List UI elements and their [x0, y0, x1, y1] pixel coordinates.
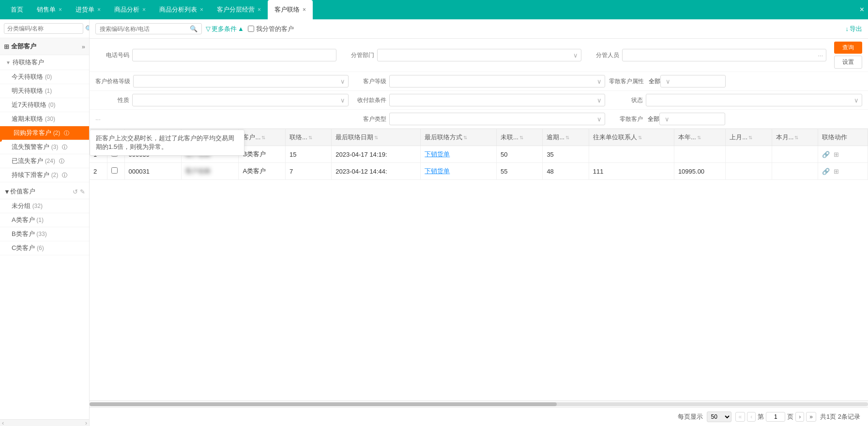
cell-last-contact-method[interactable]: 下销货单 [421, 146, 497, 163]
th-contact-person[interactable]: 往来单位联系人 ⇅ [589, 129, 674, 146]
nav-close-product-analysis-list[interactable]: × [200, 6, 203, 13]
edit-icon[interactable]: ✎ [80, 188, 85, 195]
sort-contact-person-icon: ⇅ [638, 135, 642, 140]
nav-home[interactable]: 首页 [4, 0, 30, 19]
nav-close-customer-tier[interactable]: × [258, 6, 261, 13]
customer-type-select[interactable]: ∨ [389, 113, 606, 125]
sidebar-item-c-class[interactable]: C类客户 (6) [0, 241, 89, 255]
retail-customer-select[interactable]: ∨ [659, 113, 725, 125]
nav-customer-contact[interactable]: 客户联络 × [268, 0, 313, 19]
nav-product-analysis-list[interactable]: 商品分析列表 × [152, 0, 210, 19]
filter-dots-icon[interactable]: ··· [95, 116, 101, 123]
nav-close-customer-contact[interactable]: × [303, 6, 306, 13]
sidebar-pending-contact-group[interactable]: ▼ 待联络客户 [0, 55, 89, 70]
retail-attr-select[interactable]: ∨ [660, 75, 726, 88]
sidebar-item-overdue-uncontacted[interactable]: 逾期未联络 (30) [0, 112, 89, 126]
cell-last-contact-method[interactable]: 下销货单 [421, 163, 497, 180]
sidebar-item-repurchase-abnormal[interactable]: 回购异常客户 (2) ⓘ [0, 126, 89, 140]
next-page-btn[interactable]: › [795, 412, 804, 422]
nav-close-sales-order[interactable]: × [59, 6, 62, 13]
th-contact-count[interactable]: 联络... ⇅ [285, 129, 331, 146]
person-dots-icon: ··· [818, 52, 823, 59]
customer-type-label: 客户类型 [352, 115, 386, 123]
per-page-select[interactable]: 50 20 100 [707, 411, 731, 422]
action-grid-icon[interactable]: ⊞ [834, 151, 839, 158]
prev-page-btn[interactable]: ‹ [747, 412, 756, 422]
sidebar-search-input[interactable] [4, 23, 83, 34]
search-input[interactable] [100, 26, 190, 32]
sidebar-value-header[interactable]: ▼ 价值客户 ↺ ✎ [0, 184, 89, 199]
last-page-btn[interactable]: » [806, 412, 816, 422]
sort-this-year-icon: ⇅ [697, 135, 701, 140]
sidebar-item-unsorted[interactable]: 未分组 (32) [0, 199, 89, 213]
sidebar-item-7day-pending[interactable]: 近7天待联络 (0) [0, 98, 89, 112]
nav-sales-order[interactable]: 销售单 × [30, 0, 69, 19]
filter-row-2: 客户价格等级 ∨ 客户等级 ∨ 零散客户属性 全部 [90, 72, 868, 91]
price-tier-select[interactable]: ∨ [133, 75, 349, 88]
action-link-icon[interactable]: 🔗 [822, 168, 830, 175]
nav-purchase-order[interactable]: 进货单 × [69, 0, 107, 19]
sidebar-item-declining[interactable]: 持续下滑客户 (2) ⓘ [0, 168, 89, 182]
sidebar-item-a-class[interactable]: A类客户 (1) [0, 213, 89, 227]
filter-cell-retail-attr: 零散客户属性 全部 ∨ [609, 75, 862, 88]
sidebar-item-b-class[interactable]: B类客户 (33) [0, 227, 89, 241]
customer-level-select[interactable]: ∨ [389, 75, 606, 88]
export-button[interactable]: ↓ 导出 [846, 25, 863, 33]
sidebar-item-tomorrow-pending[interactable]: 明天待联络 (1) [0, 84, 89, 98]
dept-select[interactable]: ∨ [377, 49, 581, 61]
scroll-right-icon[interactable]: › [85, 419, 87, 426]
cell-name[interactable]: 客户名称 [182, 163, 239, 180]
customer-type-chevron-icon: ∨ [597, 116, 602, 123]
nav-close-product-analysis[interactable]: × [142, 6, 146, 13]
scroll-left-icon[interactable]: ‹ [2, 419, 4, 426]
sort-date-icon: ⇅ [374, 135, 378, 140]
filter-bar: 🔍 ▽ 更多条件 ▲ 我分管的客户 ↓ 导出 [90, 19, 868, 39]
cell-index: 2 [90, 163, 107, 180]
action-grid-icon[interactable]: ⊞ [834, 168, 839, 175]
th-last-month[interactable]: 上月... ⇅ [726, 129, 772, 146]
cell-this-month [772, 146, 818, 163]
phone-input[interactable] [132, 49, 336, 61]
filter-row-1: 电话号码 分管部门 ∨ 分管人员 ··· [90, 39, 868, 72]
person-select[interactable]: ··· [622, 49, 826, 61]
my-customers-checkbox[interactable] [248, 26, 254, 32]
page-label-before: 第 [758, 412, 764, 421]
th-this-year[interactable]: 本年... ⇅ [674, 129, 725, 146]
action-link-icon[interactable]: 🔗 [822, 151, 830, 158]
th-overdue[interactable]: 逾期... ⇅ [543, 129, 589, 146]
sidebar-item-lost-warning[interactable]: 流失预警客户 (3) ⓘ [0, 140, 89, 154]
sidebar-collapse-icon[interactable]: » [82, 43, 85, 50]
retail-attr-inline-label: 全部 [649, 77, 660, 86]
nav-product-analysis[interactable]: 商品分析 × [107, 0, 152, 19]
cell-this-year: 10995.00 [674, 163, 725, 180]
search-bar-icon[interactable]: 🔍 [190, 25, 198, 32]
cell-actions: 🔗⊞ [818, 146, 868, 163]
nav-close-purchase-order[interactable]: × [97, 6, 101, 13]
sidebar-item-already-lost[interactable]: 已流失客户 (24) ⓘ [0, 154, 89, 168]
horizontal-scrollbar[interactable] [90, 400, 868, 407]
page-input[interactable] [766, 412, 785, 422]
sidebar-all-customers-header[interactable]: ⊞ 全部客户 » [0, 38, 89, 55]
th-class[interactable]: 客户... ⇅ [239, 129, 286, 146]
th-last-contact-date[interactable]: 最后联络日期 ⇅ [332, 129, 421, 146]
row-checkbox[interactable] [111, 167, 118, 174]
th-this-month[interactable]: 本月... ⇅ [772, 129, 818, 146]
window-close-button[interactable]: × [860, 5, 864, 14]
more-conditions-btn[interactable]: ▽ 更多条件 ▲ [206, 25, 244, 33]
refresh-icon[interactable]: ↺ [73, 188, 78, 195]
nature-select[interactable]: ∨ [132, 94, 349, 106]
th-actions: 联络动作 [818, 129, 868, 146]
th-last-contact-method[interactable]: 最后联络方式 ⇅ [421, 129, 497, 146]
nav-customer-tier[interactable]: 客户分层经营 × [210, 0, 268, 19]
th-uncontacted[interactable]: 未联... ⇅ [497, 129, 543, 146]
sidebar-search-icon[interactable]: 🔍 [85, 25, 90, 32]
first-page-btn[interactable]: « [735, 412, 746, 422]
status-select[interactable]: ∨ [646, 94, 862, 106]
payment-select[interactable]: ∨ [389, 94, 606, 106]
my-customers-checkbox-wrap: 我分管的客户 [248, 25, 294, 33]
setting-button[interactable]: 设置 [834, 56, 862, 69]
filter-buttons: 查询 设置 [834, 42, 862, 69]
cell-checkbox[interactable] [107, 163, 124, 180]
sidebar-item-today-pending[interactable]: 今天待联络 (0) [0, 70, 89, 84]
query-button[interactable]: 查询 [834, 42, 862, 54]
